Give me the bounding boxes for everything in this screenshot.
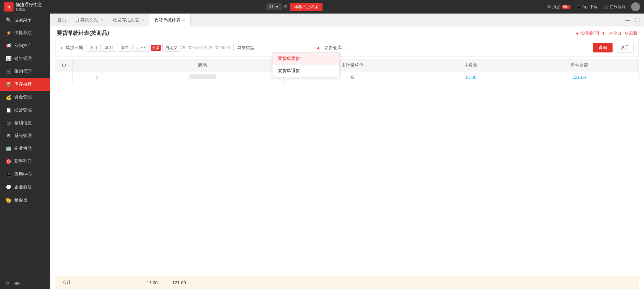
trial-button[interactable]: 体验行业方案 — [290, 3, 323, 11]
col-amount: 零售金额 — [520, 59, 638, 71]
footer-amount: 121.00 — [166, 280, 193, 285]
expand-button[interactable]: ⛶ — [633, 16, 641, 24]
page-actions: 🖨 按模板打印 ▼ ↗ 导出 ↻ 刷新 — [575, 30, 637, 36]
sidebar-item-system[interactable]: ⚙ 系统管理 — [0, 129, 50, 142]
sidebar-item-app-center[interactable]: 📱 应用中心 — [0, 168, 50, 181]
content-area: 首页 库存批次账 ✕ 收发存汇总表 ✕ 要货单统计表 ✕ — ⛶ 要货单统计表(… — [50, 14, 644, 289]
tab-home[interactable]: 首页 — [53, 14, 71, 26]
date-more-badge[interactable]: 更多 — [151, 45, 161, 51]
date-label: 单据日期 — [66, 45, 83, 51]
close-tab-icon[interactable]: ✕ — [100, 18, 103, 22]
gear-icon[interactable]: ⚙ — [284, 4, 288, 9]
filter-bar: › 单据日期 上月 本月 本年 近7天 更多 自定义 2023-05-06 至 … — [55, 39, 639, 57]
sidebar-item-inventory[interactable]: 📦 库存核算 — [0, 78, 50, 91]
date-range-text: 2023-05-06 至 2023-06-06 — [182, 45, 230, 51]
export-icon: ↗ — [609, 31, 612, 36]
date-prev-month-btn[interactable]: 上月 — [87, 44, 101, 52]
header-center: 41 ▼ ⚙ 体验行业方案 — [266, 3, 323, 11]
type-dropdown-arrow[interactable]: ▲ — [316, 45, 321, 50]
date-7days-btn[interactable]: 近7天 — [133, 44, 150, 52]
sidebar-item-label: 资金管理 — [14, 94, 32, 100]
close-tab-icon[interactable]: ✕ — [141, 18, 144, 22]
minimize-button[interactable]: — — [624, 16, 632, 24]
messages-action[interactable]: ✉ 消息 99+ — [547, 4, 571, 10]
tab-bar-actions: — ⛶ — [624, 16, 641, 24]
sidebar-item-sales[interactable]: 📊 销售管理 — [0, 52, 50, 65]
logo-text: 畅捷通好生意 标准版 — [16, 2, 42, 12]
settings-button[interactable]: 设置 — [616, 43, 634, 53]
settings-footer-icon[interactable]: ⚙ — [5, 281, 9, 286]
online-service-action[interactable]: 🎧 在线客服 — [603, 4, 626, 10]
store-name: 41 — [269, 4, 273, 9]
date-custom-btn[interactable]: 自定义 — [162, 44, 181, 52]
sidebar-item-shortcut[interactable]: ⚡ 快捷导航 — [0, 26, 50, 39]
sidebar-item-finance[interactable]: 💰 资金管理 — [0, 91, 50, 104]
sidebar-item-enterprise[interactable]: 🏢 企业协同 — [0, 142, 50, 155]
messages-badge: 99+ — [562, 5, 571, 9]
headset-icon: 🎧 — [603, 4, 608, 9]
sidebar-item-search[interactable]: 🔍 搜索菜单 — [0, 14, 50, 26]
type-label: 单据类型 — [237, 45, 255, 51]
main-layout: 🔍 搜索菜单 ⚡ 快捷导航 📢 营销推广 📊 销售管理 🛒 采购管理 📦 库存核… — [0, 14, 644, 289]
dropdown-item-tuihuo[interactable]: 要货单退货 — [272, 65, 339, 77]
print-template-action[interactable]: 🖨 按模板打印 ▼ — [575, 30, 605, 36]
warehouse-label: 要货仓库 — [324, 45, 342, 51]
cell-no: 1 — [72, 71, 122, 83]
sidebar-item-label: 企业协同 — [14, 146, 32, 152]
search-icon: 🔍 — [5, 17, 11, 23]
cell-amount[interactable]: 121.00 — [520, 71, 638, 83]
sidebar-item-vip[interactable]: 👑 畅会员 — [0, 194, 50, 206]
col-settings[interactable]: ⚙ — [55, 59, 72, 71]
tab-label: 库存批次账 — [76, 17, 98, 23]
data-table: ⚙ 商品 主计量单位 主数量 零售金额 1 — [55, 59, 639, 83]
sidebar-item-purchase[interactable]: 🛒 采购管理 — [0, 65, 50, 78]
sidebar-toggle-icon[interactable]: ◀▶ — [14, 281, 20, 286]
settings-col-icon[interactable]: ⚙ — [62, 62, 66, 68]
cell-product — [122, 71, 283, 83]
app-download-action[interactable]: 📱 App下载 — [576, 4, 598, 10]
message-icon: ✉ — [547, 4, 551, 9]
megaphone-icon: 📢 — [5, 43, 11, 49]
table-header-row: ⚙ 商品 主计量单位 主数量 零售金额 — [55, 59, 639, 71]
col-qty: 主数量 — [422, 59, 520, 71]
sidebar-item-label: 应用中心 — [14, 171, 32, 177]
sidebar-item-basic-info[interactable]: 🗂 基础信息 — [0, 116, 50, 129]
date-this-year-btn[interactable]: 本年 — [118, 44, 132, 52]
sidebar: 🔍 搜索菜单 ⚡ 快捷导航 📢 营销推广 📊 销售管理 🛒 采购管理 📦 库存核… — [0, 14, 50, 289]
wechat-icon: 💬 — [5, 184, 11, 190]
sidebar-item-label: 销售管理 — [14, 55, 32, 62]
tab-batch-account[interactable]: 库存批次账 ✕ — [71, 14, 108, 26]
query-button[interactable]: 查询 — [593, 43, 613, 52]
product-placeholder — [189, 74, 216, 79]
money-icon: 💰 — [5, 94, 11, 100]
type-select-input[interactable] — [258, 44, 317, 51]
refresh-label: 刷新 — [629, 30, 637, 36]
sidebar-item-marketing[interactable]: 📢 营销推广 — [0, 39, 50, 52]
store-selector[interactable]: 41 ▼ — [266, 3, 282, 10]
sidebar-item-label: 采购管理 — [14, 68, 32, 74]
sidebar-item-guide[interactable]: 🎯 新手引导 — [0, 155, 50, 168]
tab-receipt-summary[interactable]: 收发存汇总表 ✕ — [108, 14, 149, 26]
dropdown-item-yaohuo[interactable]: 要货单要货 — [272, 52, 339, 65]
sidebar-item-label: 基础信息 — [14, 120, 32, 126]
close-tab-icon[interactable]: ✕ — [183, 18, 186, 22]
brand-main: 畅捷通好生意 — [16, 2, 42, 7]
building-icon: 🏢 — [5, 146, 11, 152]
sidebar-item-wechat[interactable]: 💬 企业微信 — [0, 181, 50, 194]
phone-icon: 📱 — [576, 4, 581, 9]
warehouse-dots-icon[interactable]: ··· — [347, 45, 350, 50]
refresh-action[interactable]: ↻ 刷新 — [625, 30, 637, 36]
chevron-down-icon: ▼ — [275, 4, 279, 9]
filter-expand-button[interactable]: › — [61, 45, 62, 50]
date-this-month-btn[interactable]: 本月 — [102, 44, 116, 52]
clipboard-icon: 📋 — [5, 107, 11, 113]
avatar[interactable] — [631, 2, 640, 11]
export-action[interactable]: ↗ 导出 — [609, 30, 621, 36]
sidebar-item-label: 新手引导 — [14, 158, 32, 164]
sidebar-item-operations[interactable]: 📋 经营管理 — [0, 104, 50, 116]
cell-qty[interactable]: 11.00 — [422, 71, 520, 83]
box-icon: 📦 — [5, 81, 11, 87]
tab-label: 要货单统计表 — [154, 17, 181, 23]
tab-order-stats[interactable]: 要货单统计表 ✕ — [149, 14, 191, 26]
export-label: 导出 — [613, 30, 621, 36]
